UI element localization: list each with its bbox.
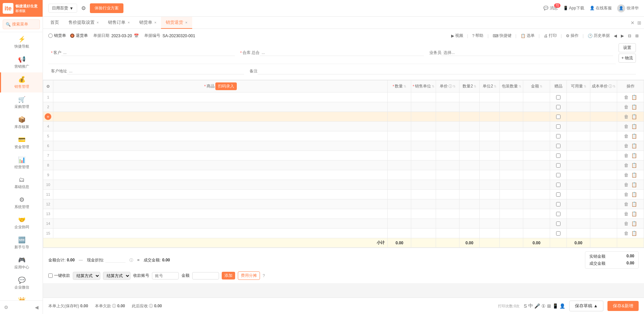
cost-info-icon[interactable]: ⓘ xyxy=(608,84,612,89)
delete-row-button[interactable]: 🗑 xyxy=(623,210,629,217)
copy-row-button[interactable]: 📋 xyxy=(631,94,638,101)
tab-price-setting[interactable]: 售价提取设置 × xyxy=(64,17,103,29)
tab-sales-order-close[interactable]: × xyxy=(127,20,129,24)
gift-checkbox[interactable] xyxy=(556,115,560,119)
one-click-pay-checkbox[interactable] xyxy=(48,273,53,278)
copy-row-button[interactable]: 📋 xyxy=(631,201,638,207)
video-toolbar-item[interactable]: ▶ 视频 xyxy=(451,33,463,39)
unit2-cell[interactable] xyxy=(480,92,500,102)
gift-checkbox[interactable] xyxy=(556,173,560,177)
gift-checkbox[interactable] xyxy=(556,124,560,129)
delete-row-button[interactable]: 🗑 xyxy=(623,113,629,120)
delete-row-button[interactable]: 🗑 xyxy=(623,152,629,159)
experience-button[interactable]: 体验行业方案 xyxy=(90,3,123,13)
copy-row-button[interactable]: 📋 xyxy=(631,152,638,159)
sidebar-item-apps[interactable]: 🎮 应用中心 xyxy=(0,253,43,273)
maximize-icon[interactable]: ⊞ xyxy=(637,20,641,25)
unit2-cell[interactable] xyxy=(480,102,500,112)
settlement-select[interactable]: 结算方式 xyxy=(73,272,100,280)
nav-prev-icon[interactable]: ◀ xyxy=(614,34,617,38)
pack-cell[interactable] xyxy=(500,92,523,102)
delete-row-button[interactable]: 🗑 xyxy=(623,230,629,237)
amount-cell[interactable] xyxy=(523,102,550,112)
copy-row-button[interactable]: 📋 xyxy=(631,123,638,130)
qty-cell[interactable] xyxy=(388,92,411,102)
cost-cell[interactable] xyxy=(590,112,617,122)
settings-icon[interactable]: ⚙ xyxy=(46,84,50,89)
unit-sort-icon[interactable]: ⇅ xyxy=(432,84,434,88)
avail-cell[interactable] xyxy=(567,112,590,122)
product-cell[interactable] xyxy=(53,102,388,112)
gift-checkbox[interactable] xyxy=(556,95,560,100)
radio-return[interactable]: 退货单 xyxy=(70,33,88,39)
sidebar-item-basic[interactable]: 🗂 基础信息 xyxy=(0,173,43,193)
tool-mic-btn[interactable]: 🎤 xyxy=(534,303,540,309)
gift-checkbox[interactable] xyxy=(556,163,560,168)
pack-cell[interactable] xyxy=(500,112,523,122)
tab-sales[interactable]: 销货单 × xyxy=(135,17,161,29)
help-toolbar-item[interactable]: ? 帮助 xyxy=(472,33,484,39)
warehouse-input[interactable] xyxy=(260,50,424,56)
qty2-cell[interactable] xyxy=(460,112,480,122)
tool-table-btn[interactable]: ⊞ xyxy=(547,303,551,309)
copy-row-button[interactable]: 📋 xyxy=(631,181,638,188)
close-tab-icon[interactable]: ✕ xyxy=(631,20,635,25)
cost-sort-icon[interactable]: ⇅ xyxy=(613,84,615,88)
qty2-cell[interactable] xyxy=(460,102,480,112)
radio-sales-input[interactable] xyxy=(48,34,53,38)
copy-row-button[interactable]: 📋 xyxy=(631,191,638,198)
calc-select[interactable]: 结算方式 xyxy=(103,272,130,280)
collapse-button[interactable]: ◀ xyxy=(34,303,40,311)
scan-button[interactable]: 扫码录入 xyxy=(215,82,237,90)
gift-checkbox[interactable] xyxy=(556,153,560,158)
sidebar-item-wechat[interactable]: 💬 企业微信 xyxy=(0,273,43,293)
note-input[interactable] xyxy=(258,68,636,74)
set-button[interactable]: 设置 xyxy=(619,43,636,52)
gift-checkbox[interactable] xyxy=(556,105,560,109)
message-button[interactable]: 💬 消息 70 xyxy=(543,5,557,11)
select-toolbar-item[interactable]: 📋 选单 xyxy=(521,33,535,39)
amount-cell[interactable] xyxy=(523,92,550,102)
help-hint[interactable]: ⓘ xyxy=(112,304,116,308)
online-service-button[interactable]: 👤 在线客服 xyxy=(590,5,612,11)
tab-home[interactable]: 首页 xyxy=(46,17,64,29)
delete-row-button[interactable]: 🗑 xyxy=(623,94,629,101)
avail-sort-icon[interactable]: ⇅ xyxy=(584,84,586,88)
calendar-icon[interactable]: 📅 xyxy=(134,34,139,38)
gift-checkbox[interactable] xyxy=(556,192,560,197)
delete-row-button[interactable]: 🗑 xyxy=(623,104,629,110)
unit2-cell[interactable] xyxy=(480,112,500,122)
price-cell[interactable] xyxy=(436,92,460,102)
copy-row-button[interactable]: 📋 xyxy=(631,133,638,139)
amount-sort-icon[interactable]: ⇅ xyxy=(540,84,542,88)
view-grid-icon[interactable]: ⊞ xyxy=(635,34,639,38)
radio-sales[interactable]: 销货单 xyxy=(48,33,66,39)
view-list-icon[interactable]: ⊟ xyxy=(628,34,631,38)
sidebar-item-sales[interactable]: 💰 销售管理 xyxy=(0,72,43,92)
tool-1-btn[interactable]: ① xyxy=(541,303,546,309)
print-toolbar-item[interactable]: 🖨 打印 xyxy=(544,33,557,39)
gift-checkbox[interactable] xyxy=(556,212,560,216)
tab-sales-order[interactable]: 销售订单 × xyxy=(103,17,134,29)
price-cell[interactable] xyxy=(436,112,460,122)
pack-sort-icon[interactable]: ⇅ xyxy=(519,84,521,88)
unit-cell[interactable] xyxy=(411,102,436,112)
gift-checkbox[interactable] xyxy=(556,183,560,187)
avail-cell[interactable] xyxy=(567,102,590,112)
category-selector[interactable]: 日用百货 ▼ xyxy=(48,4,77,13)
address-input[interactable] xyxy=(67,68,244,74)
delete-row-button[interactable]: 🗑 xyxy=(623,162,629,169)
history-toolbar-item[interactable]: 🕐 历史单据 xyxy=(588,33,610,39)
tab-price-setting-close[interactable]: × xyxy=(97,20,99,24)
unit2-sort-icon[interactable]: ⇅ xyxy=(494,84,496,88)
copy-row-button[interactable]: 📋 xyxy=(631,162,638,169)
sidebar-item-finance[interactable]: 💳 资金管理 xyxy=(0,133,43,153)
tab-return[interactable]: 销货退货 × xyxy=(161,17,192,29)
shortcut-toolbar-item[interactable]: ⌨ 快捷键 xyxy=(493,33,512,39)
save-new-button[interactable]: 保存&新增 xyxy=(607,301,639,311)
delete-row-button[interactable]: 🗑 xyxy=(623,191,629,198)
price-info-icon[interactable]: ⓘ xyxy=(448,84,452,89)
copy-row-button[interactable]: 📋 xyxy=(631,104,638,110)
sidebar-item-purchase[interactable]: 🛒 采购管理 xyxy=(0,92,43,113)
delete-row-button[interactable]: 🗑 xyxy=(623,172,629,178)
